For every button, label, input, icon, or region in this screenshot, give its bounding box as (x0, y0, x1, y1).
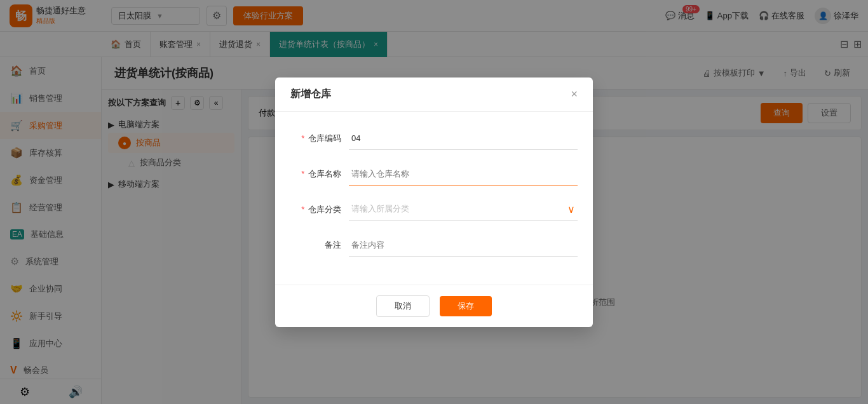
modal-header: 新增仓库 × (275, 77, 593, 112)
cancel-button[interactable]: 取消 (376, 295, 430, 317)
warehouse-note-input[interactable] (349, 234, 578, 257)
warehouse-category-select[interactable]: 请输入所属分类 ∨ (349, 198, 578, 221)
modal-new-warehouse: 新增仓库 × * 仓库编码 * 仓库名称 (275, 77, 593, 327)
modal-footer: 取消 保存 (275, 285, 593, 327)
category-chevron-icon: ∨ (567, 203, 575, 215)
form-row-note: 备注 (290, 234, 578, 257)
form-row-category: * 仓库分类 请输入所属分类 ∨ (290, 198, 578, 221)
modal-close-button[interactable]: × (571, 88, 578, 100)
warehouse-name-input[interactable] (349, 163, 578, 185)
modal-overlay[interactable]: 新增仓库 × * 仓库编码 * 仓库名称 (0, 0, 868, 404)
category-label: * 仓库分类 (290, 204, 341, 215)
code-label: * 仓库编码 (290, 133, 341, 144)
required-star: * (301, 133, 304, 143)
name-label: * 仓库名称 (290, 168, 341, 180)
form-row-name: * 仓库名称 (290, 163, 578, 185)
note-label: 备注 (290, 239, 341, 251)
save-button[interactable]: 保存 (440, 296, 492, 316)
modal-body: * 仓库编码 * 仓库名称 * 仓库分类 请输入 (275, 112, 593, 285)
warehouse-code-input[interactable] (349, 127, 578, 150)
modal-title: 新增仓库 (290, 88, 331, 101)
form-row-code: * 仓库编码 (290, 127, 578, 150)
